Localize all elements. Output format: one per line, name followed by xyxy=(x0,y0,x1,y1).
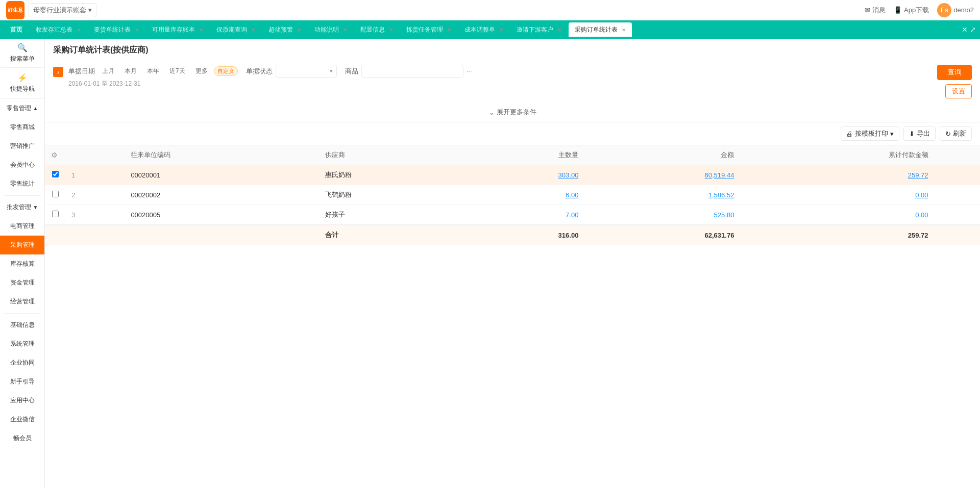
footer-paid-amount: 259.72 xyxy=(740,225,934,245)
supplier-name-cell: 好孩子 xyxy=(319,205,463,225)
tab-gongnengshunming[interactable]: 功能说明 ✕ xyxy=(308,22,353,37)
tab-baoyuqi[interactable]: 保质期查询 ✕ xyxy=(210,22,261,37)
sidebar-item-search[interactable]: 🔍 搜索菜单 xyxy=(0,39,44,68)
date-option-this-month[interactable]: 本月 xyxy=(120,66,141,76)
sidebar-item-enterprise-wechat[interactable]: 企业微信 xyxy=(0,410,44,429)
tab-home[interactable]: 首页 xyxy=(4,22,29,37)
sidebar-item-member[interactable]: 会员中心 xyxy=(0,156,44,174)
table-header-row: ⚙ 往来单位编码 供应商 主数量 金额 累计付款金额 xyxy=(45,145,980,165)
quantity-cell: 303.00 xyxy=(463,165,585,185)
filter-row: 单据日期 上月 本月 本年 近7天 更多 自定义 单据状态 xyxy=(68,65,931,78)
tab-keyongliang[interactable]: 可用量库存账本 ✕ xyxy=(146,22,209,37)
row-index: 2 xyxy=(65,185,125,205)
table-settings-icon[interactable]: ⚙ xyxy=(51,151,58,159)
tab-yaohuodantongjibiao[interactable]: 要货单统计表 ✕ xyxy=(88,22,145,37)
goods-more-icon[interactable]: ··· xyxy=(467,67,472,75)
paid-amount-col-header: 累计付款金额 xyxy=(740,145,934,165)
date-option-more[interactable]: 更多 xyxy=(191,66,212,76)
sidebar-item-cooperation[interactable]: 企业协同 xyxy=(0,353,44,372)
close-icon[interactable]: ✕ xyxy=(622,27,626,33)
row-checkbox[interactable] xyxy=(45,185,65,205)
close-icon[interactable]: ✕ xyxy=(297,27,301,33)
export-button[interactable]: ⬇ 导出 xyxy=(903,126,936,141)
sidebar-item-capital[interactable]: 资金管理 xyxy=(0,273,44,292)
tab-shoufahuizonbiao[interactable]: 收发存汇总表 ✕ xyxy=(30,22,87,37)
supplier-code-cell: 00020005 xyxy=(125,205,318,225)
date-custom-tag[interactable]: 自定义 xyxy=(214,66,238,76)
sidebar-item-operations[interactable]: 经营管理 xyxy=(0,292,44,311)
dropdown-arrow-icon: ▾ xyxy=(890,130,894,138)
close-icon[interactable]: ✕ xyxy=(447,27,451,33)
sidebar-item-marketing[interactable]: 营销推广 xyxy=(0,137,44,156)
paid-amount-cell: 0.00 xyxy=(740,185,934,205)
table-footer-row: 合计 316.00 62,631.76 259.72 xyxy=(45,225,980,245)
collapse-button[interactable]: › xyxy=(53,67,63,77)
sidebar-item-zero-sale[interactable]: 零售管理 ▲ xyxy=(0,99,44,118)
export-icon: ⬇ xyxy=(909,130,915,138)
tab-chaochuyujing[interactable]: 超储预警 ✕ xyxy=(262,22,307,37)
settings-button[interactable]: 设置 xyxy=(945,84,972,98)
main-layout: 🔍 搜索菜单 ⚡ 快捷导航 零售管理 ▲ 零售商城 营销推广 会员中心 零售统计… xyxy=(0,39,980,488)
supplier-code-cell: 00020002 xyxy=(125,185,318,205)
expand-icon[interactable]: ⤢ xyxy=(970,25,976,34)
goods-input[interactable] xyxy=(361,65,463,78)
status-select[interactable] xyxy=(276,65,337,78)
amount-cell: 1,586.52 xyxy=(584,185,740,205)
status-select-wrapper xyxy=(276,65,337,78)
close-icon[interactable]: ✕ xyxy=(499,27,503,33)
footer-amount: 62,631.76 xyxy=(584,225,740,245)
goods-filter: 商品 ··· xyxy=(345,65,472,78)
close-icon[interactable]: ✕ xyxy=(77,27,81,33)
sidebar-item-quick-nav[interactable]: ⚡ 快捷导航 xyxy=(0,68,44,99)
sidebar-item-zero-shop[interactable]: 零售商城 xyxy=(0,118,44,137)
supplier-code-cell: 00020001 xyxy=(125,165,318,185)
amount-cell: 60,519.44 xyxy=(584,165,740,185)
sidebar-item-batch-mgmt[interactable]: 批发管理 ▼ xyxy=(0,198,44,217)
date-option-this-year[interactable]: 本年 xyxy=(143,66,163,76)
tab-tuocang[interactable]: 拣货任务管理 ✕ xyxy=(400,22,457,37)
sidebar-item-system[interactable]: 系统管理 xyxy=(0,335,44,353)
close-icon[interactable]: ✕ xyxy=(343,27,347,33)
message-button[interactable]: ✉ 消息 xyxy=(865,6,886,15)
sidebar-item-app-center[interactable]: 应用中心 xyxy=(0,391,44,410)
date-option-last-month[interactable]: 上月 xyxy=(98,66,118,76)
sidebar-item-newbie[interactable]: 新手引导 xyxy=(0,372,44,391)
search-icon: 🔍 xyxy=(17,43,28,53)
query-button[interactable]: 查询 xyxy=(937,65,972,80)
print-button[interactable]: 🖨 按模板打印 ▾ xyxy=(841,126,899,141)
sidebar-item-ecommerce[interactable]: 电商管理 xyxy=(0,217,44,236)
refresh-button[interactable]: ↻ 刷新 xyxy=(940,126,972,141)
quantity-cell: 7.00 xyxy=(463,205,585,225)
close-icon[interactable]: ✕ xyxy=(557,27,561,33)
status-filter: 单据状态 xyxy=(246,65,337,78)
close-all-icon[interactable]: ✕ xyxy=(962,25,968,34)
close-icon[interactable]: ✕ xyxy=(251,27,255,33)
index-col-header xyxy=(65,145,125,165)
sidebar-item-basic-info[interactable]: 基础信息 xyxy=(0,316,44,335)
close-icon[interactable]: ✕ xyxy=(199,27,203,33)
refresh-icon: ↻ xyxy=(945,130,951,138)
paid-amount-cell: 259.72 xyxy=(740,165,934,185)
footer-quantity: 316.00 xyxy=(463,225,585,245)
sidebar-item-vip[interactable]: 畅会员 xyxy=(0,429,44,448)
expand-conditions-button[interactable]: ⌄ 展开更多条件 xyxy=(485,106,541,119)
app-download-button[interactable]: 📱 App下载 xyxy=(894,6,929,15)
tab-yaoqing[interactable]: 邀请下游客户 ✕ xyxy=(510,22,568,37)
tab-caigou-active[interactable]: 采购订单统计表 ✕ xyxy=(569,22,632,37)
close-icon[interactable]: ✕ xyxy=(135,27,139,33)
user-avatar-button[interactable]: Ea demo2 xyxy=(937,3,974,17)
sidebar-divider xyxy=(4,195,40,196)
sidebar-item-zero-stat[interactable]: 零售统计 xyxy=(0,174,44,193)
workspace-selector[interactable]: 母婴行业演示账套 ▾ xyxy=(29,3,96,17)
top-bar: 好生意 母婴行业演示账套 ▾ ✉ 消息 📱 App下载 Ea demo2 xyxy=(0,0,980,20)
tab-peizhi[interactable]: 配置信息 ✕ xyxy=(354,22,399,37)
date-option-7days[interactable]: 近7天 xyxy=(165,66,189,76)
tab-chengben[interactable]: 成本调整单 ✕ xyxy=(458,22,509,37)
avatar: Ea xyxy=(937,3,951,17)
row-checkbox[interactable] xyxy=(45,205,65,225)
row-checkbox[interactable] xyxy=(45,165,65,185)
table-toolbar: 🖨 按模板打印 ▾ ⬇ 导出 ↻ 刷新 xyxy=(45,122,980,145)
sidebar-item-purchase[interactable]: 采购管理 xyxy=(0,236,44,254)
close-icon[interactable]: ✕ xyxy=(389,27,393,33)
sidebar-item-inventory[interactable]: 库存核算 xyxy=(0,254,44,273)
